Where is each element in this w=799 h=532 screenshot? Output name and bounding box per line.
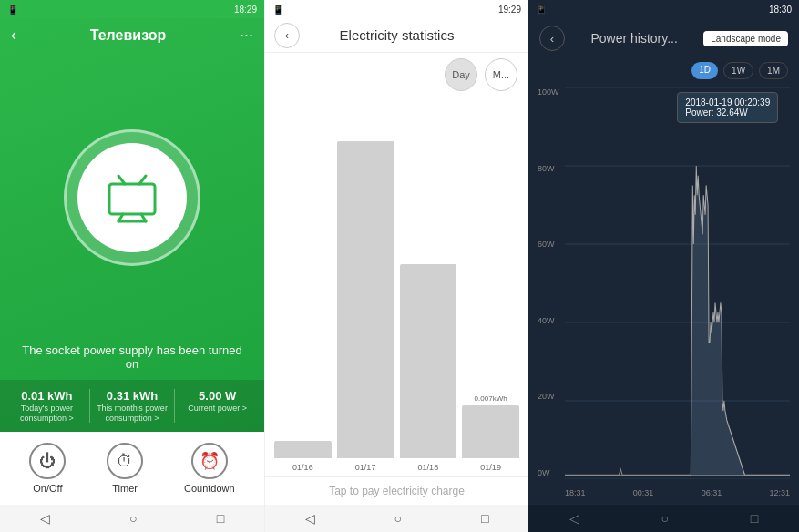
tv-nav-home[interactable]: ○: [129, 511, 137, 526]
onoff-label: On/Off: [33, 483, 62, 494]
tv-nav-recent[interactable]: □: [217, 511, 224, 526]
onoff-icon: ⏻: [29, 443, 66, 479]
power-header: ‹ Power history... Landscape mode: [528, 18, 799, 58]
tv-stat-today[interactable]: 0.01 kWh Today's power consumption >: [5, 389, 90, 423]
tv-panel: 📱 18:29 ‹ Телевизор ···: [0, 0, 264, 532]
bar-x-labels: 01/16 01/17 01/18 01/19: [274, 463, 519, 472]
tv-icon: [105, 173, 159, 223]
tv-icon-area: [0, 61, 264, 334]
day-button-label: Day: [452, 69, 470, 80]
x-label-0117: 01/17: [337, 463, 394, 472]
month-button-label: M...: [493, 69, 509, 80]
tv-status-icons: 📱: [7, 5, 18, 15]
tv-nav-back[interactable]: ◁: [40, 511, 50, 526]
tv-stat-today-value: 0.01 kWh: [5, 389, 89, 403]
timer-action[interactable]: ⏱ Timer: [107, 443, 143, 494]
tv-stat-current[interactable]: 5.00 W Current power >: [175, 389, 260, 423]
tv-stat-month[interactable]: 0.31 kWh This month's power consumption …: [90, 389, 176, 423]
tv-stat-month-label: This month's power consumption >: [97, 404, 168, 423]
power-nav-back[interactable]: ◁: [569, 511, 579, 526]
tv-actions: ⏻ On/Off ⏱ Timer ⏰ Countdown: [0, 432, 264, 505]
y-label-40w: 40W: [538, 316, 559, 325]
time-range-buttons: 1D 1W 1M: [528, 58, 799, 83]
x-label-1831: 18:31: [565, 488, 586, 497]
tv-stat-current-label: Current power >: [188, 404, 247, 413]
landscape-button[interactable]: Landscape mode: [703, 31, 788, 46]
svg-rect-0: [109, 184, 155, 214]
y-label-100w: 100W: [538, 87, 559, 97]
power-panel: 📱 18:30 ‹ Power history... Landscape mod…: [528, 0, 799, 532]
time-btn-1m[interactable]: 1M: [759, 62, 788, 79]
tv-stats: 0.01 kWh Today's power consumption > 0.3…: [0, 380, 264, 432]
x-label-0118: 01/18: [400, 463, 457, 472]
power-back-button[interactable]: ‹: [539, 26, 565, 51]
x-axis-labels: 18:31 00:31 06:31 12:31: [565, 488, 790, 497]
power-status-bar-content: 📱 18:30: [528, 0, 799, 18]
time-btn-1d[interactable]: 1D: [691, 62, 718, 79]
y-label-80w: 80W: [538, 164, 559, 173]
bar-0119: 0.007kWh: [462, 106, 519, 458]
tv-status-time: 18:29: [234, 5, 257, 15]
elec-nav-bar: ◁ ○ □: [265, 505, 528, 532]
tv-status-bar: 📱 18:29: [0, 0, 264, 18]
countdown-action[interactable]: ⏰ Countdown: [184, 443, 235, 494]
y-label-20w: 20W: [538, 392, 559, 401]
y-label-0w: 0W: [538, 468, 559, 477]
power-nav-recent[interactable]: □: [751, 511, 758, 526]
time-btn-1w[interactable]: 1W: [723, 62, 753, 79]
tv-stat-today-label: Today's power consumption >: [20, 404, 74, 423]
tv-stat-current-value: 5.00 W: [175, 389, 260, 403]
timer-icon: ⏱: [107, 443, 143, 479]
power-chart-svg: [565, 87, 790, 479]
bar-0118: [400, 106, 457, 458]
power-status-icons: 📱: [536, 5, 547, 15]
bar-chart-area: 0.007kWh 01/16 01/17 01/18 01/19: [265, 97, 528, 476]
elec-status-icons: 📱: [272, 5, 283, 15]
power-chart-area: 100W 80W 60W 40W 20W 0W 2018-01-19 00:20…: [528, 83, 799, 505]
elec-nav-home[interactable]: ○: [394, 511, 402, 526]
tv-nav-bar: ◁ ○ □: [0, 505, 264, 532]
bar-0117: [337, 106, 394, 458]
elec-pay-text[interactable]: Tap to pay electricity charge: [265, 476, 528, 505]
bar-0119-bar: [462, 405, 519, 458]
electricity-panel: 📱 19:29 ‹ Electricity statistics Day M..…: [264, 0, 528, 532]
tv-stat-month-value: 0.31 kWh: [90, 389, 175, 403]
elec-back-button[interactable]: ‹: [274, 23, 300, 48]
power-nav-home[interactable]: ○: [661, 511, 669, 526]
x-label-0631: 06:31: [702, 488, 722, 497]
bar-chart: 0.007kWh: [274, 106, 519, 463]
elec-status-bar-content: 📱 19:29: [265, 0, 528, 18]
tv-inner-circle[interactable]: [77, 143, 187, 252]
elec-status-bar: 📱 19:29: [265, 0, 528, 18]
y-label-60w: 60W: [538, 240, 559, 249]
power-title: Power history...: [590, 31, 677, 46]
tv-outer-circle: [64, 129, 200, 266]
tv-title: Телевизор: [16, 27, 240, 44]
x-label-0031: 00:31: [633, 488, 654, 497]
elec-title: Electricity statistics: [340, 27, 455, 43]
bar-0119-label: 0.007kWh: [475, 394, 507, 403]
y-axis-labels: 100W 80W 60W 40W 20W 0W: [538, 87, 559, 477]
elec-header: ‹ Electricity statistics: [265, 18, 528, 53]
elec-nav-recent[interactable]: □: [481, 511, 488, 526]
power-status-time: 18:30: [769, 5, 792, 15]
countdown-icon: ⏰: [191, 443, 228, 479]
month-button[interactable]: M...: [485, 58, 517, 91]
countdown-label: Countdown: [184, 483, 235, 494]
day-toggle: Day M...: [265, 53, 528, 97]
timer-label: Timer: [112, 483, 138, 494]
bar-0118-bar: [400, 264, 457, 458]
elec-nav-back[interactable]: ◁: [305, 511, 315, 526]
tv-more-icon[interactable]: ···: [240, 26, 253, 45]
power-status-bar: 📱 18:30: [528, 0, 799, 18]
tv-status-bar-content: 📱 18:29: [0, 0, 264, 18]
day-button[interactable]: Day: [445, 58, 477, 91]
onoff-action[interactable]: ⏻ On/Off: [29, 443, 66, 494]
elec-status-time: 19:29: [498, 5, 521, 15]
tv-status-text: The socket power supply has been turned …: [0, 334, 264, 380]
bar-0117-bar: [337, 141, 394, 458]
power-nav-bar: ◁ ○ □: [528, 505, 799, 532]
bar-0116: [274, 106, 332, 458]
x-label-0116: 01/16: [274, 463, 332, 472]
bar-0116-bar: [274, 441, 332, 458]
